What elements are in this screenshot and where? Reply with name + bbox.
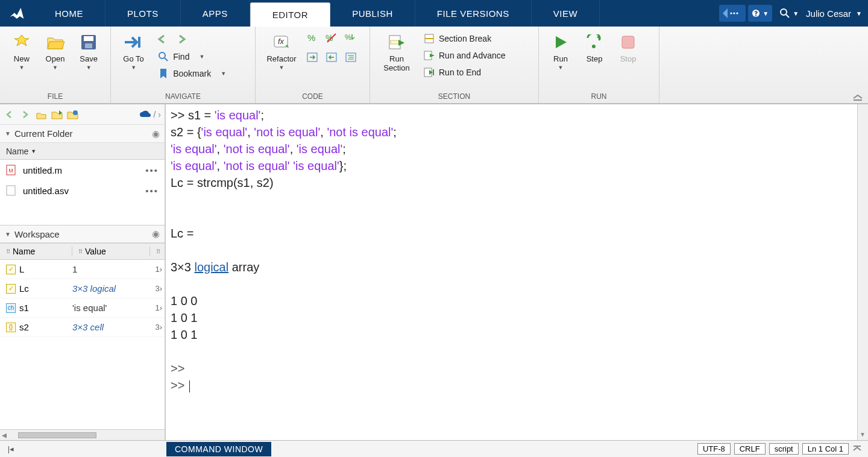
smart-indent-icon[interactable] (344, 49, 359, 65)
run-button[interactable]: Run▼ (544, 30, 577, 71)
command-window-body[interactable]: >> s1 = 'is equal';s2 = {'is equal', 'no… (166, 104, 868, 440)
panel-menu-icon[interactable]: ◉ (152, 228, 160, 239)
addr-browse2-icon[interactable] (66, 109, 78, 121)
svg-point-12 (159, 52, 165, 58)
workspace-variable[interactable]: {}s23×3 cell3› (0, 318, 165, 337)
logical-link[interactable]: logical (194, 260, 228, 274)
var-value: 3×3 cell (72, 322, 150, 332)
workspace-variable[interactable]: L11› (0, 260, 165, 279)
file-item[interactable]: untitled.asv••• (0, 180, 165, 201)
addr-browse-icon[interactable] (51, 109, 63, 121)
command-window: >> s1 = 'is equal';s2 = {'is equal', 'no… (166, 104, 868, 440)
tab-editor[interactable]: EDITOR (250, 2, 330, 27)
svg-line-13 (165, 58, 168, 61)
cloud-icon[interactable] (139, 109, 151, 121)
new-button[interactable]: New▼ (5, 30, 39, 71)
run-advance-button[interactable]: Run and Advance (421, 48, 508, 63)
svg-rect-10 (85, 43, 92, 48)
open-button[interactable]: Open▼ (39, 30, 72, 71)
file-more-icon[interactable]: ••• (145, 186, 159, 196)
svg-point-0 (731, 12, 732, 14)
goto-button[interactable]: Go To▼ (116, 30, 151, 71)
path-sep: / (153, 110, 156, 119)
section-break-button[interactable]: Section Break (421, 31, 508, 46)
status-mode[interactable]: script (769, 443, 799, 455)
user-menu-chevron-icon[interactable]: ▼ (856, 10, 862, 17)
tab-publish[interactable]: PUBLISH (330, 0, 415, 27)
svg-rect-27 (391, 40, 399, 44)
file-more-icon[interactable]: ••• (145, 165, 159, 175)
tab-plots[interactable]: PLOTS (105, 0, 181, 27)
svg-rect-11 (138, 37, 140, 48)
workspace-hscroll[interactable]: ◂ (0, 429, 165, 440)
svg-rect-38 (622, 36, 634, 48)
svg-marker-36 (556, 36, 567, 48)
path-more-icon[interactable]: › (158, 110, 161, 119)
help-dropdown-icon[interactable]: ▼ (748, 5, 772, 22)
wrap-comment-icon[interactable]: % (344, 30, 359, 46)
tab-home[interactable]: HOME (33, 0, 105, 27)
run-section-button[interactable]: Run Section (375, 30, 418, 72)
bookmark-button[interactable]: Bookmark ▼ (155, 66, 250, 81)
cf-column-header[interactable]: Name▼ (0, 143, 165, 160)
workspace-variable[interactable]: chs1'is equal'1› (0, 298, 165, 318)
svg-point-2 (737, 12, 738, 14)
ws-col-name[interactable]: ⠿Name (0, 247, 72, 256)
panel-collapse-icon[interactable]: ▼ (5, 130, 11, 137)
status-eol[interactable]: CRLF (734, 443, 766, 455)
file-icon (6, 185, 17, 196)
tab-apps[interactable]: APPS (181, 0, 250, 27)
panel-menu-icon[interactable]: ◉ (152, 128, 160, 139)
search-icon[interactable]: ▼ (779, 8, 799, 19)
addr-up-icon[interactable] (35, 109, 47, 121)
status-encoding[interactable]: UTF-8 (697, 443, 731, 455)
outdent-icon[interactable] (324, 49, 340, 65)
user-name[interactable]: Julio Cesar (806, 8, 851, 19)
group-label-run: RUN (539, 91, 659, 103)
step-button[interactable]: Step (577, 30, 611, 63)
tab-file-versions[interactable]: FILE VERSIONS (415, 0, 532, 27)
main-area: / › ▼ Current Folder ◉ Name▼ Muntitled.m… (0, 104, 868, 440)
file-item[interactable]: Muntitled.m••• (0, 160, 165, 180)
svg-text:%: % (307, 33, 315, 43)
comment-icon[interactable]: % (305, 30, 321, 46)
find-button[interactable]: Find ▼ (155, 49, 250, 64)
file-name: untitled.asv (23, 186, 69, 196)
vertical-scrollbar[interactable]: ▼ (857, 104, 868, 440)
workspace-variable[interactable]: Lc3×3 logical3› (0, 279, 165, 298)
status-prev-icon[interactable]: |◂ (0, 444, 22, 453)
panel-collapse-icon[interactable]: ▼ (5, 231, 11, 238)
file-name: untitled.m (23, 165, 62, 175)
section-break-icon (423, 33, 435, 45)
find-label: Find (173, 52, 189, 61)
more-shortcuts-icon[interactable] (719, 5, 746, 22)
svg-marker-28 (398, 40, 404, 46)
collapse-toolstrip-icon[interactable] (852, 92, 863, 99)
nav-forward-icon[interactable] (174, 31, 190, 47)
var-name: L (19, 264, 24, 274)
refactor-button[interactable]: fx Refactor▼ (260, 30, 303, 71)
addr-forward-icon[interactable] (19, 109, 31, 121)
stop-button[interactable]: Stop (611, 30, 645, 63)
nav-back-fwd (155, 31, 250, 47)
ws-col-more[interactable]: ⠿ (150, 248, 165, 255)
workspace-header: ⠿Name ⠿Value ⠿ (0, 243, 165, 260)
addr-back-icon[interactable] (4, 109, 16, 121)
ws-col-value[interactable]: ⠿Value (72, 247, 150, 256)
section-break-label: Section Break (439, 34, 491, 43)
status-expand-icon[interactable] (852, 445, 863, 453)
workspace-title: ▼ Workspace ◉ (0, 225, 165, 243)
tab-view[interactable]: VIEW (532, 0, 600, 27)
svg-point-1 (734, 12, 735, 14)
top-tab-bar: HOMEPLOTSAPPSEDITORPUBLISHFILE VERSIONSV… (0, 0, 868, 27)
svg-text:fx: fx (278, 37, 285, 46)
step-label: Step (587, 54, 603, 63)
command-window-tab[interactable]: COMMAND WINDOW (166, 442, 271, 456)
run-to-end-button[interactable]: Run to End (421, 65, 508, 80)
save-button[interactable]: Save▼ (72, 30, 105, 71)
group-label-section: SECTION (370, 91, 538, 103)
uncomment-icon[interactable]: % (324, 30, 340, 46)
nav-back-icon[interactable] (155, 31, 171, 47)
status-cursor-pos[interactable]: Ln 1 Col 1 (802, 443, 849, 455)
indent-icon[interactable] (305, 49, 321, 65)
